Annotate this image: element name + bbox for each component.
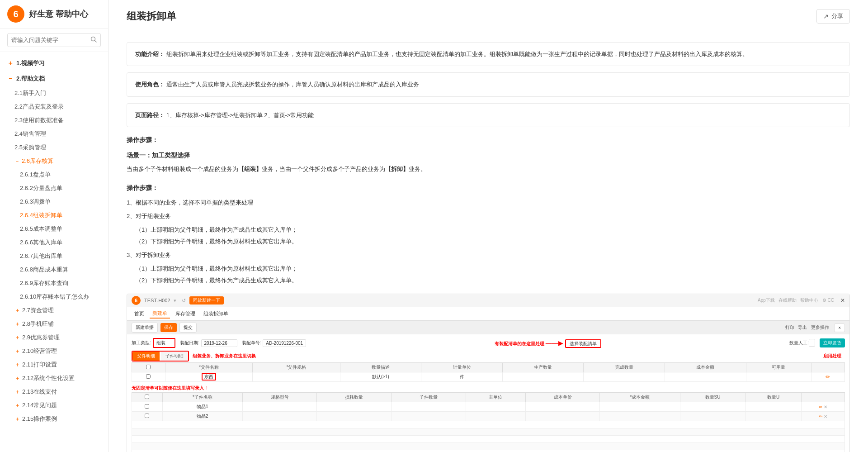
ops-label: 操作步骤： bbox=[127, 136, 850, 144]
ss-child-col-name: *子件名称 bbox=[162, 393, 242, 402]
sidebar-item-install[interactable]: 2.2产品安装及登录 bbox=[0, 100, 108, 114]
sidebar-item-ops[interactable]: ＋ 2.10经营管理 bbox=[0, 344, 108, 358]
ss-neworderbtn[interactable]: 同款新建一下 bbox=[189, 296, 224, 305]
ss-child-row-2: 物品2 ✏ ✕ bbox=[132, 412, 845, 421]
sidebar-item-purchase[interactable]: 2.5采购管理 bbox=[0, 141, 108, 154]
ss-child-u-2 bbox=[745, 412, 801, 421]
ss-nav-assembly[interactable]: 组装拆卸单 bbox=[201, 309, 231, 318]
ss-child-price-2 bbox=[525, 412, 600, 421]
ss-tab-child[interactable]: 子件明细 bbox=[161, 352, 188, 361]
ss-child-checkbox-1[interactable] bbox=[145, 404, 149, 409]
ss-child-ops-2: ✏ ✕ bbox=[801, 412, 844, 421]
ss-child-name-1[interactable]: 物品1 bbox=[162, 402, 242, 412]
search-box bbox=[0, 29, 108, 52]
ss-child-loss-2[interactable] bbox=[317, 412, 392, 421]
sidebar-item-otherout[interactable]: 2.6.7其他出库单 bbox=[0, 249, 108, 263]
ss-prod-qty-cell[interactable] bbox=[502, 372, 584, 382]
sidebar-item-sales[interactable]: 2.4销售管理 bbox=[0, 127, 108, 141]
ss-nav-inventory[interactable]: 库存管理 bbox=[173, 309, 198, 318]
ss-select-all[interactable] bbox=[146, 365, 151, 369]
ss-tab-row: 父件明细 子件明细 组装业务、拆卸业务在这里切换 启用处理 bbox=[132, 351, 845, 362]
ss-type-value[interactable]: 组装 bbox=[153, 338, 175, 348]
search-button[interactable] bbox=[87, 33, 100, 47]
ss-date-value[interactable]: 2019-12-26 bbox=[201, 339, 237, 347]
ss-billno-field: 装配单号: AD-20191226-001 bbox=[242, 339, 307, 347]
step3-sub1: （1）上部明细为父件明细，最终作为原材料生成其它出库单； bbox=[127, 263, 850, 275]
ss-row-edit-icon[interactable]: ✏ bbox=[826, 374, 830, 380]
ss-child-row-6 bbox=[132, 443, 845, 450]
sidebar-item-partialcount[interactable]: 2.6.2分量盘点单 bbox=[0, 181, 108, 195]
ss-nav-home[interactable]: 首页 bbox=[132, 309, 147, 318]
sidebar-item-faq[interactable]: ＋ 2.14常见问题 bbox=[0, 399, 108, 412]
sidebar-item-stockerror[interactable]: 2.6.10库存账本错了怎么办 bbox=[0, 290, 108, 304]
ss-select-btn[interactable]: 选择装配清单 bbox=[565, 339, 601, 348]
sidebar-item-inventory[interactable]: － 2.6库存核算 bbox=[0, 154, 108, 168]
minus-icon-inventory: － bbox=[14, 157, 20, 165]
ss-child-col-ops bbox=[801, 393, 844, 402]
sidebar-item-video[interactable]: ＋ 1.视频学习 bbox=[0, 56, 108, 71]
sidebar-item-assembly[interactable]: 2.6.4组装拆卸单 bbox=[0, 209, 108, 222]
ss-btn-new[interactable]: 新建单据 bbox=[132, 323, 158, 333]
ss-child-del-1[interactable]: ✕ bbox=[824, 404, 827, 409]
sidebar-item-stockcheck[interactable]: 2.6.9库存账本查询 bbox=[0, 276, 108, 290]
ss-child-su-1 bbox=[680, 402, 745, 412]
ss-child-qty-1[interactable] bbox=[392, 402, 466, 412]
sidebar-item-newbie[interactable]: 2.1新手入门 bbox=[0, 86, 108, 100]
ss-child-qty-2[interactable] bbox=[392, 412, 466, 421]
sidebar-item-docs[interactable]: － 2.帮助文档 bbox=[0, 71, 108, 86]
ss-nav-newbill[interactable]: 新建单 bbox=[150, 309, 170, 319]
share-label: 分享 bbox=[831, 12, 843, 20]
scenario1-title: 场景一：加工类型选择 bbox=[127, 152, 850, 160]
ss-child-edit-1[interactable]: ✏ bbox=[819, 404, 822, 409]
ss-nav-bar: 首页 新建单 库存管理 组装拆卸单 bbox=[127, 307, 849, 321]
sidebar-item-mobile[interactable]: ＋ 2.8手机旺辅 bbox=[0, 317, 108, 331]
sidebar-item-costadj[interactable]: 2.6.5成本调整单 bbox=[0, 222, 108, 236]
sidebar-item-payment[interactable]: ＋ 2.13在线支付 bbox=[0, 385, 108, 399]
scenario1-desc: 当由多个子件材料组装成一个成品的业务为【组装】业务，当由一个父件拆分成多个子产品… bbox=[127, 163, 850, 175]
ss-child-del-2[interactable]: ✕ bbox=[824, 414, 827, 419]
ss-child-col-spec: 规格型号 bbox=[242, 393, 317, 402]
ss-unit-cell: 件 bbox=[421, 372, 503, 382]
sidebar-item-print[interactable]: ＋ 2.11打印设置 bbox=[0, 358, 108, 371]
ss-child-row-1: 物品1 ✏ ✕ bbox=[132, 402, 845, 412]
ss-child-cost-1 bbox=[600, 402, 680, 412]
sidebar-item-coupon[interactable]: ＋ 2.9优惠券管理 bbox=[0, 331, 108, 344]
ss-child-loss-1[interactable] bbox=[317, 402, 392, 412]
ss-btn-close[interactable]: × bbox=[834, 324, 845, 332]
sidebar-item-finance[interactable]: ＋ 2.7资金管理 bbox=[0, 304, 108, 317]
sidebar-item-video-label: 1.视频学习 bbox=[16, 59, 45, 67]
sidebar-item-cases[interactable]: ＋ 2.15操作案例 bbox=[0, 412, 108, 426]
sidebar-item-adjust[interactable]: 2.6.3调拨单 bbox=[0, 195, 108, 209]
sidebar: 6 好生意 帮助中心 ＋ 1.视频学习 － 2.帮助文档 2.1新手入门 2.2… bbox=[0, 0, 108, 452]
ss-parent-name-cell[interactable]: 东西 bbox=[202, 373, 216, 381]
ss-child-select-all[interactable] bbox=[145, 395, 149, 399]
nav-list: ＋ 1.视频学习 － 2.帮助文档 2.1新手入门 2.2产品安装及登录 2.3… bbox=[0, 52, 108, 452]
ss-btn-save[interactable]: 保存 bbox=[160, 323, 177, 332]
sidebar-item-goodscost[interactable]: 2.6.8商品成本重算 bbox=[0, 263, 108, 276]
ss-parent-spec-cell[interactable] bbox=[253, 372, 340, 382]
ss-child-checkbox-2[interactable] bbox=[145, 414, 149, 418]
intro-label: 功能介绍： bbox=[135, 51, 165, 57]
ss-qty-value[interactable] bbox=[809, 339, 815, 347]
main-header: 组装拆卸单 ↗ 分享 bbox=[108, 0, 868, 31]
sidebar-item-otherin[interactable]: 2.6.6其他入库单 bbox=[0, 236, 108, 249]
share-button[interactable]: ↗ 分享 bbox=[816, 9, 850, 24]
ss-process-btn[interactable]: 立即发货 bbox=[820, 338, 845, 347]
search-input[interactable] bbox=[8, 34, 87, 46]
sidebar-item-personalize[interactable]: ＋ 2.12系统个性化设置 bbox=[0, 371, 108, 385]
ss-child-table: *子件名称 规格型号 损耗数量 子件数量 主单位 成本单价 *成本金额 数量SU… bbox=[132, 392, 845, 452]
ss-child-name-2[interactable]: 物品2 bbox=[162, 412, 242, 421]
sidebar-item-data[interactable]: 2.3使用前数据准备 bbox=[0, 114, 108, 127]
ss-col-actions bbox=[811, 363, 844, 372]
ss-col-qty-desc: 数量描述 bbox=[340, 363, 421, 372]
ss-bill-form: 加工类型: 组装 装配日期: 2019-12-26 装配单号: AD-20191… bbox=[127, 334, 849, 452]
svg-line-1 bbox=[95, 41, 97, 43]
ss-tab-parent[interactable]: 父件明细 bbox=[132, 352, 160, 361]
ss-child-spec-2[interactable] bbox=[242, 412, 317, 421]
sidebar-item-stockcount[interactable]: 2.6.1盘点单 bbox=[0, 168, 108, 181]
ss-row-checkbox[interactable] bbox=[146, 374, 151, 379]
ss-child-spec-1[interactable] bbox=[242, 402, 317, 412]
ss-btn-submit[interactable]: 提交 bbox=[179, 323, 197, 333]
ss-close-icon[interactable]: ✕ bbox=[840, 297, 845, 304]
ss-child-edit-2[interactable]: ✏ bbox=[819, 414, 822, 419]
